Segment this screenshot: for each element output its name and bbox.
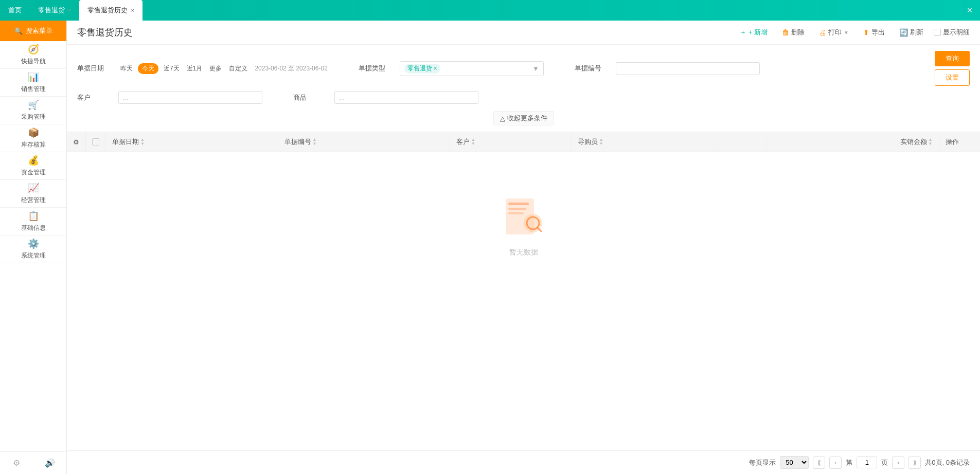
next-page-button[interactable]: › <box>892 457 904 469</box>
date-btn-custom[interactable]: 自定义 <box>227 63 250 74</box>
customer-placeholder: ... <box>123 94 129 101</box>
collapse-label: 收起更多条件 <box>507 114 547 123</box>
sidebar-search-label: 搜索菜单 <box>26 26 52 35</box>
window-close-button[interactable]: × <box>959 0 980 21</box>
search-icon: 🔍 <box>14 27 23 35</box>
col-guide[interactable]: 导购员 ▲▼ <box>571 132 718 152</box>
prev-page-icon: ‹ <box>834 459 836 466</box>
page-number-input[interactable] <box>857 457 877 468</box>
sidebar-item-basic-label: 基础信息 <box>21 224 46 232</box>
page-unit-label: 页 <box>881 458 888 467</box>
date-range-display: 2023-06-02 至 2023-06-02 <box>255 64 327 73</box>
col-checkbox[interactable] <box>86 132 106 152</box>
doc-type-select[interactable]: 零售退货 × ▼ <box>400 61 544 76</box>
speaker-icon: 🔊 <box>45 458 55 468</box>
export-button[interactable]: ⬆ 导出 <box>859 26 889 39</box>
col-amount[interactable]: 实销金额 ▲▼ <box>767 132 939 152</box>
delete-button[interactable]: 🗑 删除 <box>778 26 809 39</box>
doc-no-input[interactable] <box>616 62 760 75</box>
show-detail-checkbox[interactable] <box>934 29 941 36</box>
prev-page-button[interactable]: ‹ <box>829 457 842 469</box>
sidebar: 🔍 搜索菜单 🧭 快捷导航 📊 销售管理 🛒 采购管理 📦 库存核算 💰 <box>0 21 67 474</box>
data-table: ⚙ 单据日期 ▲▼ 单据编号 <box>67 132 980 298</box>
sidebar-item-system-mgmt[interactable]: ⚙️ 系统管理 <box>0 235 66 263</box>
first-page-icon: ⟪ <box>817 459 821 466</box>
col-amount-label: 实销金额 <box>900 137 927 147</box>
empty-state-text: 暂无数据 <box>509 248 538 257</box>
doc-type-tag-remove[interactable]: × <box>434 65 437 72</box>
sidebar-item-sales-label: 销售管理 <box>21 85 46 94</box>
print-button[interactable]: 🖨 打印 ▼ <box>815 26 853 39</box>
col-doc-date[interactable]: 单据日期 ▲▼ <box>106 132 278 152</box>
column-settings-icon[interactable]: ⚙ <box>73 138 79 146</box>
sidebar-item-basic-info[interactable]: 📋 基础信息 <box>0 208 66 235</box>
page-size-select[interactable]: 50 20 100 <box>780 456 809 469</box>
sidebar-gear-button[interactable]: ⚙ <box>8 455 25 471</box>
col-guide-label: 导购员 <box>578 137 598 147</box>
delete-icon: 🗑 <box>782 28 789 37</box>
date-btn-yesterday[interactable]: 昨天 <box>118 63 135 74</box>
col-ops: 操作 <box>939 132 980 152</box>
tab-retail-return-history-close[interactable]: × <box>131 7 134 13</box>
empty-row: 暂无数据 <box>67 152 980 299</box>
tab-retail-return[interactable]: 零售退货 × <box>30 0 79 21</box>
set-button[interactable]: 设置 <box>935 69 970 86</box>
query-button[interactable]: 查询 <box>935 51 970 66</box>
date-btn-1month[interactable]: 近1月 <box>185 63 205 74</box>
sidebar-item-operation-mgmt[interactable]: 📈 经营管理 <box>0 180 66 208</box>
svg-rect-3 <box>508 212 524 214</box>
col-customer-sort: 客户 ▲▼ <box>456 137 565 147</box>
date-btn-more[interactable]: 更多 <box>207 63 224 74</box>
sidebar-item-quick-nav[interactable]: 🧭 快捷导航 <box>0 41 66 69</box>
col-customer-label: 客户 <box>456 137 470 147</box>
sidebar-item-purchase-label: 采购管理 <box>21 113 46 121</box>
goods-select[interactable]: ... <box>334 91 478 104</box>
svg-rect-2 <box>508 208 526 210</box>
page-size-label: 每页显示 <box>749 458 776 467</box>
sort-arrows-no: ▲▼ <box>313 138 317 146</box>
system-icon: ⚙️ <box>28 238 39 249</box>
first-page-button[interactable]: ⟪ <box>813 457 825 469</box>
col-customer[interactable]: 客户 ▲▼ <box>450 132 572 152</box>
col-doc-no-label: 单据编号 <box>284 137 311 147</box>
tab-home[interactable]: 首页 <box>0 0 30 21</box>
customer-select[interactable]: ... <box>118 91 262 104</box>
date-filters: 昨天 今天 近7天 近1月 更多 自定义 2023-06-02 至 2023-0… <box>118 63 328 74</box>
sidebar-item-finance-label: 资金管理 <box>21 168 46 177</box>
col-doc-date-sort: 单据日期 ▲▼ <box>112 137 272 147</box>
date-btn-today[interactable]: 今天 <box>138 63 158 74</box>
sidebar-item-purchase-mgmt[interactable]: 🛒 采购管理 <box>0 97 66 124</box>
inventory-icon: 📦 <box>28 127 39 138</box>
doc-type-chevron-icon: ▼ <box>532 65 539 72</box>
print-chevron-icon: ▼ <box>844 30 849 35</box>
collapse-button[interactable]: △ 收起更多条件 <box>493 111 554 125</box>
delete-btn-label: 删除 <box>791 28 805 37</box>
new-button[interactable]: ＋ + 新增 <box>736 26 772 39</box>
refresh-button[interactable]: 🔄 刷新 <box>895 26 928 39</box>
sidebar-item-inventory-calc[interactable]: 📦 库存核算 <box>0 124 66 152</box>
sidebar-item-sales-mgmt[interactable]: 📊 销售管理 <box>0 69 66 97</box>
col-settings[interactable]: ⚙ <box>67 132 86 152</box>
export-btn-label: 导出 <box>871 28 885 37</box>
tab-retail-return-history[interactable]: 零售退货历史 × <box>79 0 142 21</box>
last-page-button[interactable]: ⟫ <box>908 457 921 469</box>
show-detail-toggle[interactable]: 显示明细 <box>934 28 970 37</box>
sidebar-items: 🧭 快捷导航 📊 销售管理 🛒 采购管理 📦 库存核算 💰 资金管理 📈 <box>0 41 66 451</box>
quick-nav-icon: 🧭 <box>28 44 39 55</box>
col-ops-label: 操作 <box>946 138 959 145</box>
main-layout: 🔍 搜索菜单 🧭 快捷导航 📊 销售管理 🛒 采购管理 📦 库存核算 💰 <box>0 21 980 474</box>
sidebar-search[interactable]: 🔍 搜索菜单 <box>0 21 66 41</box>
sort-arrows-guide: ▲▼ <box>599 138 603 146</box>
sort-arrows-customer: ▲▼ <box>471 138 475 146</box>
select-all-checkbox[interactable] <box>92 138 99 145</box>
date-btn-7days[interactable]: 近7天 <box>162 63 182 74</box>
doc-no-label: 单据编号 <box>575 64 605 73</box>
empty-state-icon <box>498 193 549 240</box>
new-icon: ＋ <box>740 28 746 37</box>
sidebar-speaker-button[interactable]: 🔊 <box>42 455 58 471</box>
sidebar-item-finance-mgmt[interactable]: 💰 资金管理 <box>0 152 66 180</box>
col-doc-no[interactable]: 单据编号 ▲▼ <box>278 132 450 152</box>
tab-retail-return-close[interactable]: × <box>68 7 71 13</box>
basic-info-icon: 📋 <box>28 210 39 222</box>
col-doc-date-label: 单据日期 <box>112 137 139 147</box>
